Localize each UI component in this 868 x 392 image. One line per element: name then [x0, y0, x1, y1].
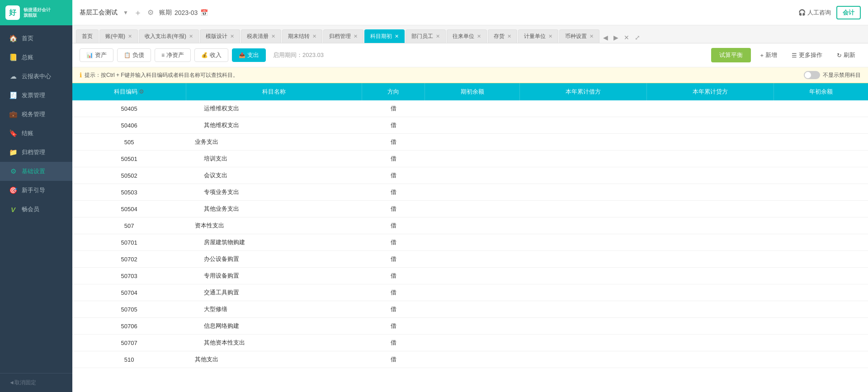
net-assets-icon: ≡: [161, 52, 165, 58]
cell-ytd-credit: [647, 335, 774, 351]
sidebar-item-closing[interactable]: 🔖 结账: [0, 124, 72, 143]
refresh-btn[interactable]: ↻ 刷新: [831, 48, 861, 62]
sub-tab-income[interactable]: 💰 收入: [194, 48, 228, 62]
tab-unit[interactable]: 计量单位 ✕: [518, 29, 558, 43]
table-row[interactable]: 50705大型修缮借: [72, 301, 868, 318]
table-row[interactable]: 50503专项业务支出借: [72, 184, 868, 201]
sub-tab-assets[interactable]: 📊 资产: [80, 48, 113, 62]
tab-close-icon[interactable]: ✕: [436, 33, 440, 39]
table-row[interactable]: 50501培训支出借: [72, 151, 868, 167]
sidebar-item-ledger[interactable]: 📒 总账: [0, 48, 72, 67]
table-row[interactable]: 50701房屋建筑物购建借: [72, 234, 868, 251]
balance-btn[interactable]: 试算平衡: [711, 48, 751, 62]
cell-ytd-debit: [520, 100, 647, 117]
help-btn[interactable]: 🎧 人工咨询: [798, 9, 831, 17]
tab-close-icon[interactable]: ✕: [507, 33, 511, 39]
cell-name: 其他维权支出: [186, 117, 362, 134]
sidebar-item-home[interactable]: 🏠 首页: [0, 29, 72, 48]
tabs-prev-btn[interactable]: ◀: [600, 32, 611, 43]
sidebar-item-guide[interactable]: 🎯 新手引导: [0, 181, 72, 200]
sidebar-item-archive[interactable]: 📁 归档管理: [0, 143, 72, 162]
tab-home[interactable]: 首页: [76, 29, 99, 43]
cell-direction: 借: [362, 318, 425, 335]
tab-annual-report[interactable]: 收入支出表(年报) ✕: [139, 29, 199, 43]
sidebar-item-settings[interactable]: ⚙ 基础设置: [0, 162, 72, 181]
tab-mid-period[interactable]: 账(中期) ✕: [99, 29, 138, 43]
tab-counterparty[interactable]: 往来单位 ✕: [447, 29, 487, 43]
company-name[interactable]: 基层工会测试: [80, 9, 118, 17]
cell-ytd-debit: [520, 117, 647, 134]
sidebar-item-invoice[interactable]: 🧾 发票管理: [0, 86, 72, 105]
cell-ytd-debit: [520, 351, 647, 368]
cell-direction: 借: [362, 167, 425, 184]
tab-archive[interactable]: 归档管理 ✕: [323, 29, 363, 43]
cell-ytd-credit: [647, 117, 774, 134]
tab-close-icon[interactable]: ✕: [395, 33, 399, 39]
tabs-close-all-btn[interactable]: ✕: [621, 32, 632, 43]
table-row[interactable]: 50707其他资本性支出借: [72, 335, 868, 351]
tab-close-icon[interactable]: ✕: [312, 33, 316, 39]
sub-tab-net-assets[interactable]: ≡ 净资产: [155, 48, 191, 62]
tab-template[interactable]: 模版设计 ✕: [200, 29, 240, 43]
table-row[interactable]: 50502会议支出借: [72, 167, 868, 184]
col-settings-icon[interactable]: ⚙: [139, 88, 144, 95]
more-icon: ☰: [792, 52, 797, 59]
tab-currency[interactable]: 币种设置 ✕: [559, 29, 599, 43]
table-row[interactable]: 505业务支出借: [72, 134, 868, 151]
sidebar-item-member[interactable]: V 畅会员: [0, 200, 72, 219]
col-year-opening: 年初余额: [774, 83, 868, 100]
tab-close-icon[interactable]: ✕: [590, 33, 594, 39]
sidebar-item-tax[interactable]: 💼 税务管理: [0, 105, 72, 124]
tabs-next-btn[interactable]: ▶: [611, 32, 621, 43]
subjects-table: 科目编码 ⚙ 科目名称 方向 期初余额 本年累计借方 本年累计贷方 年初余额 5…: [72, 83, 868, 368]
cell-direction: 借: [362, 100, 425, 117]
sub-tab-liabilities[interactable]: 📋 负债: [117, 48, 151, 62]
company-dropdown-icon[interactable]: ▼: [123, 9, 128, 16]
table-row[interactable]: 50504其他业务支出借: [72, 201, 868, 217]
cell-direction: 借: [362, 117, 425, 134]
member-icon: V: [9, 205, 17, 213]
add-tab-btn[interactable]: ＋: [134, 7, 142, 18]
table-row[interactable]: 50702办公设备购置借: [72, 251, 868, 268]
new-btn[interactable]: + 新增: [755, 48, 783, 62]
tab-subject-init[interactable]: 科目期初 ✕: [364, 29, 405, 43]
tab-close-icon[interactable]: ✕: [477, 33, 481, 39]
tab-close-icon[interactable]: ✕: [230, 33, 234, 39]
tab-inventory[interactable]: 存货 ✕: [488, 29, 517, 43]
hint-bar: ℹ 提示：按Ctrl + F键并输入科目编码或者科目名称可以查找科目。 不显示禁…: [72, 67, 868, 83]
table-container: 科目编码 ⚙ 科目名称 方向 期初余额 本年累计借方 本年累计贷方 年初余额 5…: [72, 83, 868, 392]
table-row[interactable]: 50405运维维权支出借: [72, 100, 868, 117]
sidebar: 好 畅捷通好会计 旗舰版 🏠 首页 📒 总账 ☁ 云报表中心 🧾 发票管理 💼 …: [0, 0, 72, 392]
table-row[interactable]: 50406其他维权支出借: [72, 117, 868, 134]
table-row[interactable]: 510其他支出借: [72, 351, 868, 368]
user-role-btn[interactable]: 会计: [836, 6, 861, 19]
table-row[interactable]: 50703专用设备购置借: [72, 268, 868, 284]
table-row[interactable]: 507资本性支出借: [72, 217, 868, 234]
table-row[interactable]: 50706信息网络购建借: [72, 318, 868, 335]
tab-close-icon[interactable]: ✕: [189, 33, 193, 39]
cell-code: 50704: [72, 284, 186, 301]
tab-period-closing[interactable]: 期末结转 ✕: [282, 29, 322, 43]
archive-icon: 📁: [9, 148, 17, 156]
cell-year-opening: [774, 117, 868, 134]
cell-opening-balance: [425, 284, 520, 301]
logo-icon: 好: [5, 5, 20, 20]
tab-close-icon[interactable]: ✕: [128, 33, 132, 39]
more-actions-btn[interactable]: ☰ 更多操作: [786, 48, 828, 62]
tab-dept-staff[interactable]: 部门员工 ✕: [406, 29, 446, 43]
cell-ytd-debit: [520, 167, 647, 184]
settings-btn[interactable]: ⚙: [147, 8, 154, 17]
tabs-expand-btn[interactable]: ⤢: [632, 32, 643, 43]
table-row[interactable]: 50704交通工具购置借: [72, 284, 868, 301]
disable-toggle[interactable]: [804, 71, 820, 79]
sidebar-item-label: 新手引导: [22, 186, 45, 194]
sidebar-collapse-btn[interactable]: ◄取消固定: [0, 373, 72, 392]
tab-tax-forms[interactable]: 税表清册 ✕: [241, 29, 281, 43]
tab-close-icon[interactable]: ✕: [548, 33, 552, 39]
tab-close-icon[interactable]: ✕: [271, 33, 275, 39]
cell-year-opening: [774, 167, 868, 184]
cell-ytd-debit: [520, 268, 647, 284]
sub-tab-expense[interactable]: 📤 支出: [232, 48, 266, 62]
tab-close-icon[interactable]: ✕: [354, 33, 358, 39]
sidebar-item-reports[interactable]: ☁ 云报表中心: [0, 67, 72, 86]
